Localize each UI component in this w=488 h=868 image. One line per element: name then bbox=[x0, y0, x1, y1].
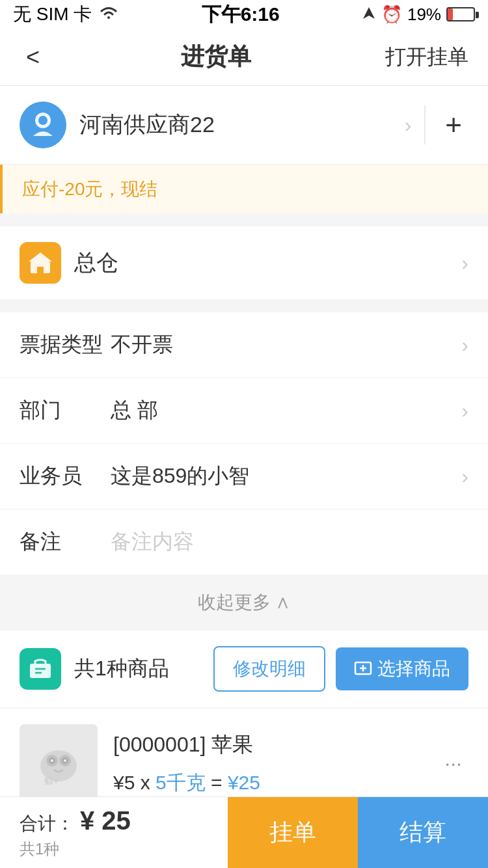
svg-point-17 bbox=[51, 759, 53, 762]
total-amount: ¥ 25 bbox=[80, 806, 131, 835]
status-right: ⏰ 19% bbox=[362, 5, 475, 25]
product-count-icon bbox=[20, 648, 61, 690]
status-bar: 无 SIM 卡 下午6:16 ⏰ 19% bbox=[0, 0, 488, 29]
product-more-button[interactable]: ··· bbox=[438, 745, 468, 782]
page-title: 进货单 bbox=[181, 41, 251, 73]
salesperson-value: 这是859的小智 bbox=[111, 462, 461, 491]
remark-row[interactable]: 备注 备注内容 bbox=[0, 509, 488, 575]
invoice-type-label: 票据类型 bbox=[20, 331, 111, 359]
product-info: [0000001] 苹果 ¥5 x 5千克 = ¥25 bbox=[113, 731, 438, 796]
department-value: 总 部 bbox=[111, 396, 461, 425]
svg-rect-5 bbox=[37, 267, 44, 273]
salesperson-label: 业务员 bbox=[20, 462, 111, 491]
salesperson-row[interactable]: 业务员 这是859的小智 › bbox=[0, 444, 488, 509]
chevron-right-icon: › bbox=[461, 465, 468, 489]
product-count-text: 共1种商品 bbox=[74, 655, 213, 683]
supplier-alert-text: 应付-20元，现结 bbox=[22, 179, 157, 199]
chevron-right-icon: › bbox=[461, 399, 468, 423]
open-pending-button[interactable]: 打开挂单 bbox=[385, 43, 468, 72]
supplier-name: 河南供应商22 bbox=[79, 110, 405, 140]
hang-order-button[interactable]: 挂单 bbox=[228, 797, 358, 869]
product-code: [0000001] bbox=[113, 733, 211, 756]
bottom-bar: 合计： ¥ 25 共1种 挂单 结算 bbox=[0, 796, 488, 868]
chevron-right-icon: › bbox=[405, 113, 412, 137]
supplier-avatar bbox=[20, 102, 66, 148]
carrier-label: 无 SIM 卡 bbox=[13, 2, 92, 27]
products-header: 共1种商品 修改明细 选择商品 bbox=[0, 631, 488, 707]
remark-label: 备注 bbox=[20, 528, 111, 556]
total-section: 合计： ¥ 25 共1种 bbox=[0, 806, 228, 860]
warehouse-name: 总仓 bbox=[74, 248, 461, 278]
quantity: 5千克 bbox=[156, 772, 206, 793]
select-product-button[interactable]: 选择商品 bbox=[336, 647, 468, 690]
product-thumbnail: 鲸+ bbox=[20, 724, 98, 802]
warehouse-icon bbox=[20, 242, 61, 284]
supplier-alert-row: 应付-20元，现结 bbox=[0, 165, 488, 213]
edit-detail-button[interactable]: 修改明细 bbox=[213, 646, 325, 692]
alarm-icon: ⏰ bbox=[381, 5, 402, 25]
svg-marker-0 bbox=[363, 7, 375, 19]
invoice-type-value: 不开票 bbox=[111, 331, 461, 359]
department-label: 部门 bbox=[20, 396, 111, 425]
total-price: ¥25 bbox=[228, 772, 260, 793]
total-count: 共1种 bbox=[20, 839, 208, 860]
department-row[interactable]: 部门 总 部 › bbox=[0, 378, 488, 444]
location-icon bbox=[362, 5, 376, 25]
unit-price: ¥5 x bbox=[113, 772, 156, 793]
svg-marker-4 bbox=[29, 252, 52, 262]
product-price-row: ¥5 x 5千克 = ¥25 bbox=[113, 770, 438, 796]
status-time: 下午6:16 bbox=[202, 1, 280, 28]
invoice-type-row[interactable]: 票据类型 不开票 › bbox=[0, 312, 488, 378]
product-name: [0000001] 苹果 bbox=[113, 731, 438, 759]
collapse-row[interactable]: 收起更多 ∧ bbox=[0, 575, 488, 631]
divider bbox=[424, 105, 426, 144]
svg-point-18 bbox=[64, 759, 66, 762]
supplier-row[interactable]: 河南供应商22 › + bbox=[0, 86, 488, 165]
total-label: 合计： bbox=[20, 813, 74, 834]
remark-placeholder: 备注内容 bbox=[111, 528, 468, 556]
wifi-icon bbox=[98, 4, 119, 25]
nav-bar: < 进货单 打开挂单 bbox=[0, 29, 488, 86]
svg-point-2 bbox=[38, 116, 47, 125]
chevron-right-icon: › bbox=[461, 251, 468, 275]
svg-text:鲸+: 鲸+ bbox=[44, 776, 59, 786]
content: 河南供应商22 › + 应付-20元，现结 总仓 › 票据类型 不开票 bbox=[0, 86, 488, 868]
supplier-section: 河南供应商22 › + 应付-20元，现结 bbox=[0, 86, 488, 213]
warehouse-section[interactable]: 总仓 › bbox=[0, 226, 488, 299]
settle-button[interactable]: 结算 bbox=[358, 797, 488, 869]
svg-rect-6 bbox=[30, 664, 51, 678]
chevron-right-icon: › bbox=[461, 333, 468, 357]
equals: = bbox=[206, 772, 228, 793]
warehouse-row[interactable]: 总仓 › bbox=[0, 226, 488, 299]
battery-percent: 19% bbox=[407, 5, 441, 25]
back-button[interactable]: < bbox=[20, 37, 46, 77]
add-button[interactable]: + bbox=[439, 109, 468, 141]
battery-indicator bbox=[446, 7, 475, 21]
collapse-label: 收起更多 ∧ bbox=[198, 590, 291, 615]
status-left: 无 SIM 卡 bbox=[13, 2, 119, 27]
product-name-text: 苹果 bbox=[211, 733, 253, 756]
form-section: 票据类型 不开票 › 部门 总 部 › 业务员 这是859的小智 › 备注 备注… bbox=[0, 312, 488, 575]
select-product-label: 选择商品 bbox=[377, 657, 450, 681]
